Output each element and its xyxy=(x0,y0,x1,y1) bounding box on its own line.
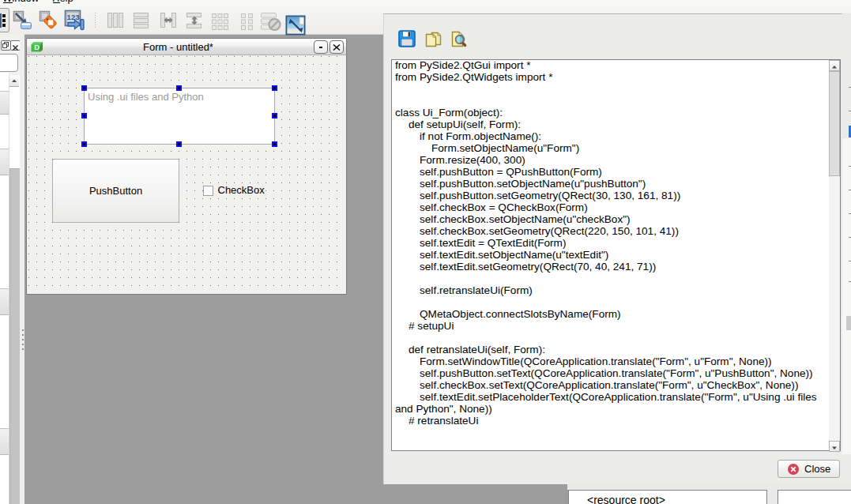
svg-text:D: D xyxy=(34,43,40,51)
svg-text:123: 123 xyxy=(67,13,80,21)
